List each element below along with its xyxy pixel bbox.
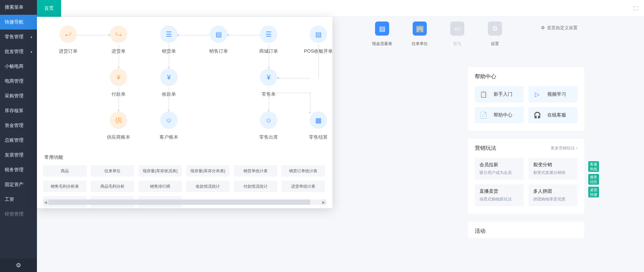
scroll-right-icon[interactable]: ▶ xyxy=(321,199,326,205)
doc-icon: ▤ xyxy=(210,26,227,43)
fn-sale-stat[interactable]: 销货单统计表 xyxy=(234,165,277,177)
flow-node-purchase[interactable]: ⮑进货单 xyxy=(93,26,144,54)
activity-card-title: 活动 xyxy=(475,228,578,235)
book-icon: 📋 xyxy=(479,90,488,98)
fn-payment-stat[interactable]: 付款情况统计 xyxy=(234,181,277,192)
fn-sale-rank[interactable]: 销售排行榜 xyxy=(138,181,182,192)
fn-partners[interactable]: 往来单位 xyxy=(91,165,134,177)
report-icon: ▤ xyxy=(375,21,389,36)
flow-node-customer-ledger[interactable]: ☺客户账本 xyxy=(144,111,194,140)
chevron-right-icon: › xyxy=(576,146,578,150)
sidebar: 搜索菜单 快捷导航 零售管理▾ 批发管理▾ 小畅电商 电商管理 采购管理 库存核… xyxy=(0,0,37,272)
tool-empty: ▭暂无 xyxy=(448,21,467,47)
promo-group[interactable]: 多人拼团拼团购物享受优惠 xyxy=(528,184,578,206)
sidebar-item-finance[interactable]: 资金管理 xyxy=(0,118,37,133)
list-icon: ☰ xyxy=(160,26,178,43)
promo-more-link[interactable]: 更多营销玩法› xyxy=(551,145,578,151)
sidebar-item-wholesale[interactable]: 批发管理▾ xyxy=(0,44,37,59)
outbound-icon: ☺ xyxy=(260,111,277,129)
fn-purchase-stat[interactable]: 进货单统计表 xyxy=(281,181,325,192)
doc-out-icon: ⮑ xyxy=(110,26,127,43)
common-fn-title: 常用功能 xyxy=(44,154,326,161)
sidebar-item-ops[interactable]: 经营管理 xyxy=(0,207,37,222)
help-btn-support[interactable]: 🎧在线客服 xyxy=(528,107,578,123)
flow-node-purchase-order[interactable]: ⮐进货订单 xyxy=(43,26,93,54)
money-icon: ¥ xyxy=(160,69,178,86)
flow-node-retail[interactable]: ¥零售单 xyxy=(243,69,294,97)
caret-down-icon: ▾ xyxy=(31,35,32,39)
doc-icon: ▤ xyxy=(310,26,327,43)
sidebar-item-invoice[interactable]: 发票管理 xyxy=(0,148,37,163)
sidebar-item-search[interactable]: 搜索菜单 xyxy=(0,0,37,15)
flow-node-pos[interactable]: ▤POS收银开单 xyxy=(293,26,343,54)
placeholder-icon: ▭ xyxy=(450,21,464,36)
sidebar-item-tax[interactable]: 税务管理 xyxy=(0,163,37,177)
flow-node-payment[interactable]: ¥付款单 xyxy=(93,69,144,97)
support-icon: 🎧 xyxy=(533,111,541,119)
help-btn-beginner[interactable]: 📋新手入门 xyxy=(475,86,524,102)
promo-live[interactable]: 直播卖货场景式购物新玩法 xyxy=(475,184,524,206)
caret-down-icon: ▾ xyxy=(31,50,32,54)
activity-card: 活动 xyxy=(468,222,584,238)
promo-fission[interactable]: 裂变分销裂变式发展分销商 xyxy=(528,158,578,180)
sidebar-item-inventory[interactable]: 库存核算 xyxy=(0,103,37,118)
tool-partners[interactable]: 🏢往来单位 xyxy=(410,21,429,47)
money-icon: ¥ xyxy=(260,69,277,86)
float-hotline[interactable]: 客服热线 xyxy=(588,161,599,172)
help-btn-center[interactable]: 📄帮助中心 xyxy=(475,107,524,123)
sidebar-item-quicknav[interactable]: 快捷导航 xyxy=(0,15,37,30)
video-icon: ▷ xyxy=(533,90,541,98)
flow-diagram: ▶ ◀ ◀ ▼ ▼ ▼ ▼ ▼ ▼ ◀ ▼ ⮐进货订单 ⮑进货单 ☰销货单 ▤销… xyxy=(43,26,326,154)
flow-node-supplier-ledger[interactable]: 供供应商账本 xyxy=(93,111,144,140)
contact-icon: ☺ xyxy=(160,111,178,129)
flow-node-retail-settle[interactable]: ▦零售结算 xyxy=(293,111,343,140)
flow-node-sale-order[interactable]: ▤销售订单 xyxy=(193,26,244,54)
flow-node-sale[interactable]: ☰销货单 xyxy=(144,26,194,54)
tab-home[interactable]: 首页 xyxy=(37,0,61,17)
fullscreen-icon[interactable]: ⛶ xyxy=(633,6,638,11)
sidebar-item-ledger[interactable]: 总账管理 xyxy=(0,133,37,148)
flyout-hscrollbar[interactable]: ◀ ▶ xyxy=(43,199,326,205)
sidebar-item-retail[interactable]: 零售管理▾ xyxy=(0,30,37,44)
sidebar-item-asset[interactable]: 固定资产 xyxy=(0,177,37,192)
fn-margin-goods[interactable]: 商品毛利分析 xyxy=(91,181,134,192)
scroll-track[interactable] xyxy=(48,199,321,205)
fn-stock-dist[interactable]: 现存量(库存分布表) xyxy=(186,165,230,177)
help-card-title: 帮助中心 xyxy=(475,73,496,80)
sidebar-item-xiaochang[interactable]: 小畅电商 xyxy=(0,59,37,74)
fn-receipt-stat[interactable]: 收款情况统计 xyxy=(186,181,230,192)
fn-margin-sale[interactable]: 销售毛利分析表 xyxy=(43,181,87,192)
doc-icon: 📄 xyxy=(479,111,488,119)
sidebar-item-salary[interactable]: 工资 xyxy=(0,192,37,207)
float-buttons: 客服热线 服务社区 桌面快捷 xyxy=(588,161,599,197)
flow-node-retail-out[interactable]: ☺零售出库 xyxy=(243,111,294,140)
gear-icon[interactable]: ⚙ xyxy=(0,259,37,272)
float-desktop[interactable]: 桌面快捷 xyxy=(588,187,599,197)
customize-link[interactable]: ⚙首页自定义设置 xyxy=(541,25,578,31)
help-btn-video[interactable]: ▷视频学习 xyxy=(528,86,578,102)
gear-outline-icon: ⚙ xyxy=(541,25,545,30)
scroll-left-icon[interactable]: ◀ xyxy=(43,199,48,205)
float-community[interactable]: 服务社区 xyxy=(588,174,599,185)
flow-node-receipt[interactable]: ¥收款单 xyxy=(144,69,194,97)
quicknav-flyout: ▶ ◀ ◀ ▼ ▼ ▼ ▼ ▼ ▼ ◀ ▼ ⮐进货订单 ⮑进货单 ☰销货单 ▤销… xyxy=(37,17,332,208)
right-column: 帮助中心 📋新手入门 ▷视频学习 📄帮助中心 🎧在线客服 营销玩法 更多营销玩法… xyxy=(468,67,584,238)
flow-node-mall-order[interactable]: ☰商城订单 xyxy=(243,26,294,54)
sidebar-item-purchase[interactable]: 采购管理 xyxy=(0,89,37,103)
tool-cashflow[interactable]: ▤现金流量表 xyxy=(373,21,392,47)
promo-card-title: 营销玩法 xyxy=(475,145,496,152)
help-card: 帮助中心 📋新手入门 ▷视频学习 📄帮助中心 🎧在线客服 xyxy=(468,67,584,131)
scroll-thumb[interactable] xyxy=(48,199,310,205)
promo-card: 营销玩法 更多营销玩法› 会员拉新吸引用户成为会员 裂变分销裂变式发展分销商 直… xyxy=(468,139,584,214)
tool-settings[interactable]: ⚙设置 xyxy=(486,21,504,47)
promo-member[interactable]: 会员拉新吸引用户成为会员 xyxy=(475,158,524,180)
sidebar-item-ecommerce[interactable]: 电商管理 xyxy=(0,74,37,89)
building-icon: 🏢 xyxy=(413,21,427,36)
calendar-icon: ▦ xyxy=(310,111,327,129)
fn-stock-status[interactable]: 现存量(库存状况表) xyxy=(138,165,182,177)
ledger-icon: 供 xyxy=(110,111,127,129)
fn-goods[interactable]: 商品 xyxy=(43,165,87,177)
fn-sale-order-stat[interactable]: 销货订单统计表 xyxy=(281,165,325,177)
topbar: 首页 ⛶ xyxy=(37,0,644,17)
doc-in-icon: ⮐ xyxy=(59,26,77,43)
